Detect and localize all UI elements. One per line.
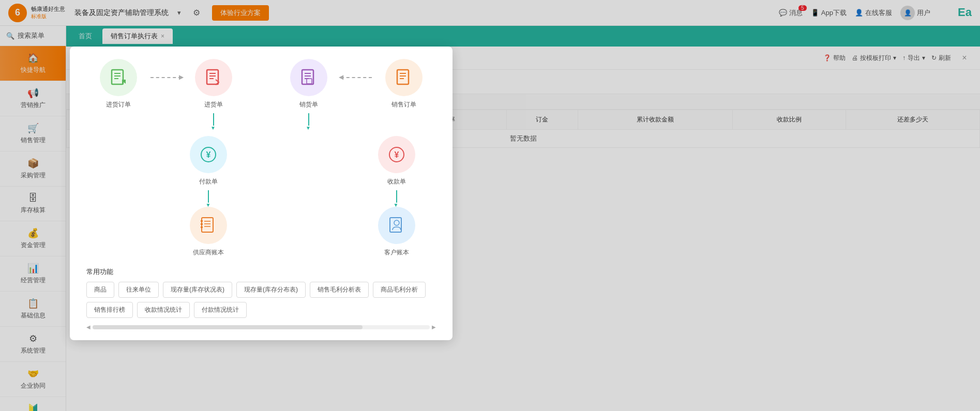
receipt-circle[interactable]: ¥ (378, 136, 415, 173)
func-btn-product-margin[interactable]: 商品毛利分析 (373, 282, 426, 298)
func-btn-product[interactable]: 商品 (86, 282, 114, 298)
svg-rect-4 (207, 70, 218, 84)
func-btn-partner[interactable]: 往来单位 (118, 282, 159, 298)
svg-rect-21 (202, 218, 213, 232)
sales-circle[interactable] (290, 59, 327, 96)
flow-col-purchase-order: 进货订单 (86, 59, 150, 109)
common-functions-section: 常用功能 商品 往来单位 现存量(库存状况表) 现存量(库存分布表) 销售毛利分… (86, 267, 436, 318)
func-btn-sales-rank[interactable]: 销售排行榜 (86, 302, 133, 318)
flow-col-customer-ledger: 客户账本 (357, 207, 436, 257)
func-btn-receipt-stats[interactable]: 收款情况统计 (137, 302, 190, 318)
customer-ledger-circle[interactable] (378, 207, 415, 244)
flow-col-sales: 销货单 (277, 59, 341, 126)
payment-label: 付款单 (199, 177, 218, 186)
svg-rect-0 (112, 70, 123, 84)
svg-rect-24 (201, 226, 203, 228)
flow-col-inbound: 进货单 (182, 59, 246, 126)
scrollbar-right-arrow[interactable]: ▶ (432, 324, 436, 330)
svg-rect-22 (201, 220, 203, 222)
purchase-order-circle[interactable] (100, 59, 137, 96)
flow-col-sales-order: 销售订单 (372, 59, 436, 109)
func-btn-sales-margin[interactable]: 销售毛利分析表 (310, 282, 369, 298)
receipt-label: 收款单 (387, 177, 406, 186)
func-btn-stock-dist[interactable]: 现存量(库存分布表) (236, 282, 306, 298)
arrow-receipt-down (396, 190, 397, 203)
flow-col-supplier-ledger: 供应商账本 (169, 207, 248, 257)
purchase-order-label: 进货订单 (106, 100, 131, 109)
modal-scrollbar: ◀ ▶ (86, 324, 436, 330)
svg-rect-12 (307, 79, 312, 84)
arrow-payment-down (208, 190, 209, 203)
flow-col-payment: ¥ 付款单 (169, 136, 248, 203)
modal-overlay: 进货订单 ▶ 进货单 (0, 0, 980, 411)
payment-circle[interactable]: ¥ (190, 136, 227, 173)
arrow-inbound-down (213, 113, 214, 126)
flow-col-receipt: ¥ 收款单 (357, 136, 436, 203)
supplier-ledger-label: 供应商账本 (193, 248, 224, 257)
scrollbar-left-arrow[interactable]: ◀ (86, 324, 91, 330)
supplier-ledger-circle[interactable] (190, 207, 227, 244)
sales-order-circle[interactable] (385, 59, 423, 96)
svg-text:¥: ¥ (394, 150, 399, 159)
inbound-circle[interactable] (195, 59, 232, 96)
arrow-sales-down (308, 113, 309, 126)
arrow-purchase-to-inbound: ▶ (150, 77, 182, 78)
inbound-label: 进货单 (204, 100, 223, 109)
func-btn-payment-stats[interactable]: 付款情况统计 (194, 302, 247, 318)
scrollbar-thumb (93, 325, 363, 329)
svg-point-29 (394, 220, 399, 225)
func-buttons-row2: 销售排行榜 收款情况统计 付款情况统计 (86, 302, 436, 318)
arrow-salesorder-to-sales: ◀ (341, 77, 372, 78)
func-buttons-row1: 商品 往来单位 现存量(库存状况表) 现存量(库存分布表) 销售毛利分析表 商品… (86, 282, 436, 298)
flow-row-2: ¥ 付款单 ¥ 收款单 (169, 136, 436, 203)
customer-ledger-label: 客户账本 (384, 248, 409, 257)
common-functions-title: 常用功能 (86, 267, 436, 277)
flow-row-3: 供应商账本 客户账本 (169, 207, 436, 257)
svg-rect-13 (397, 70, 409, 84)
scrollbar-track[interactable] (93, 325, 430, 329)
sales-order-label: 销售订单 (391, 100, 416, 109)
svg-rect-23 (201, 223, 203, 225)
flow-diagram: 进货订单 ▶ 进货单 (86, 59, 436, 126)
func-btn-stock-status[interactable]: 现存量(库存状况表) (163, 282, 232, 298)
sales-label: 销货单 (299, 100, 318, 109)
quick-nav-modal: 进货订单 ▶ 进货单 (70, 47, 453, 340)
svg-text:¥: ¥ (206, 150, 211, 159)
